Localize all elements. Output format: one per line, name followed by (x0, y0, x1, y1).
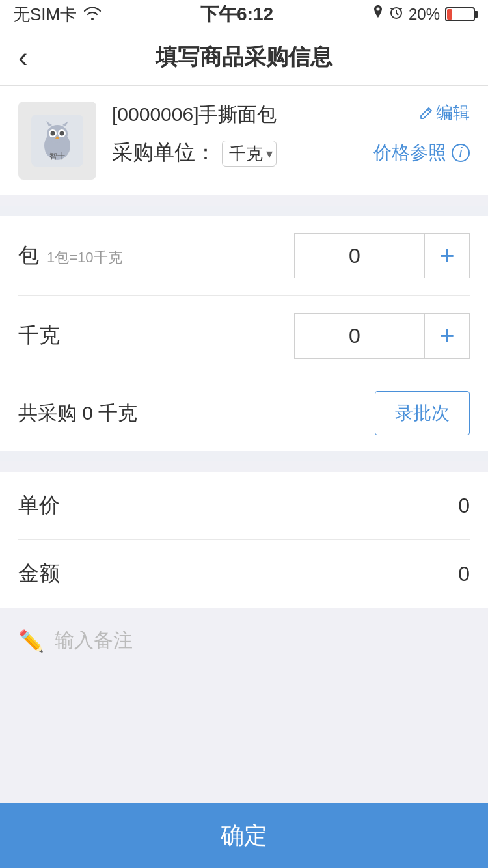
product-unit-row: 采购单位： 千克 包 价格参照 i (112, 139, 470, 167)
confirm-bar[interactable]: 确定 (0, 803, 488, 868)
status-bar: 无SIM卡 下午6:12 20% (0, 0, 488, 29)
status-time: 下午6:12 (200, 2, 273, 27)
product-card: 智十 [0000006]手撕面包 编辑 采购单位： (0, 86, 488, 195)
price-section: 单价 0 金额 0 (0, 472, 488, 608)
main-content: 智十 [0000006]手撕面包 编辑 采购单位： (0, 86, 488, 739)
remark-placeholder: 输入备注 (55, 627, 133, 654)
price-ref-label: 价格参照 (373, 141, 446, 165)
price-ref-button[interactable]: 价格参照 i (373, 141, 470, 165)
status-right: 20% (372, 5, 475, 23)
kg-label: 千克 (18, 321, 60, 350)
kg-plus-button[interactable]: + (424, 313, 470, 359)
total-text: 共采购 0 千克 (18, 400, 137, 427)
batch-button[interactable]: 录批次 (375, 391, 470, 435)
input-section: 包 1包=10千克 + 千克 + (0, 216, 488, 375)
nav-bar: ‹ 填写商品采购信息 (0, 29, 488, 86)
product-header: [0000006]手撕面包 编辑 (112, 102, 470, 128)
bao-quantity-input[interactable] (294, 233, 424, 278)
bao-input-control: + (294, 233, 470, 278)
bao-input-row: 包 1包=10千克 + (18, 216, 470, 296)
pencil-icon: ✏️ (18, 629, 44, 653)
alarm-icon (389, 5, 403, 23)
section-divider-2 (0, 451, 488, 461)
svg-point-7 (60, 131, 64, 136)
remark-section[interactable]: ✏️ 输入备注 (0, 608, 488, 673)
edit-button[interactable]: 编辑 (419, 102, 470, 124)
svg-point-6 (51, 131, 55, 136)
status-left: 无SIM卡 (13, 3, 102, 26)
bao-label: 包 1包=10千克 (18, 241, 122, 270)
unit-select-wrap[interactable]: 千克 包 (222, 141, 277, 167)
section-divider-1 (0, 206, 488, 216)
kg-input-control: + (294, 313, 470, 359)
product-image: 智十 (18, 102, 96, 180)
carrier-label: 无SIM卡 (13, 3, 77, 26)
back-button[interactable]: ‹ (18, 43, 28, 72)
bao-sub-label: 1包=10千克 (47, 248, 122, 267)
product-info: [0000006]手撕面包 编辑 采购单位： 千克 包 (112, 102, 470, 167)
unit-price-row: 单价 0 (18, 472, 470, 540)
unit-price-value: 0 (458, 494, 470, 518)
info-icon: i (452, 144, 470, 162)
location-icon (372, 5, 384, 23)
unit-price-label: 单价 (18, 491, 60, 520)
amount-value: 0 (458, 562, 470, 586)
kg-quantity-input[interactable] (294, 313, 424, 359)
unit-label: 采购单位： 千克 包 (112, 139, 277, 167)
svg-text:智十: 智十 (49, 152, 65, 161)
bao-plus-button[interactable]: + (424, 233, 470, 278)
amount-label: 金额 (18, 560, 60, 588)
page-title: 填写商品采购信息 (156, 42, 332, 72)
amount-row: 金额 0 (18, 540, 470, 608)
total-value: 0 (82, 402, 93, 424)
product-name: [0000006]手撕面包 (112, 102, 277, 128)
total-section: 共采购 0 千克 录批次 (0, 375, 488, 451)
kg-input-row: 千克 + (18, 296, 470, 375)
battery-icon (445, 7, 475, 21)
unit-select[interactable]: 千克 包 (222, 141, 277, 167)
battery-percent: 20% (409, 5, 440, 23)
confirm-button-label: 确定 (221, 820, 267, 852)
wifi-icon (83, 5, 102, 25)
